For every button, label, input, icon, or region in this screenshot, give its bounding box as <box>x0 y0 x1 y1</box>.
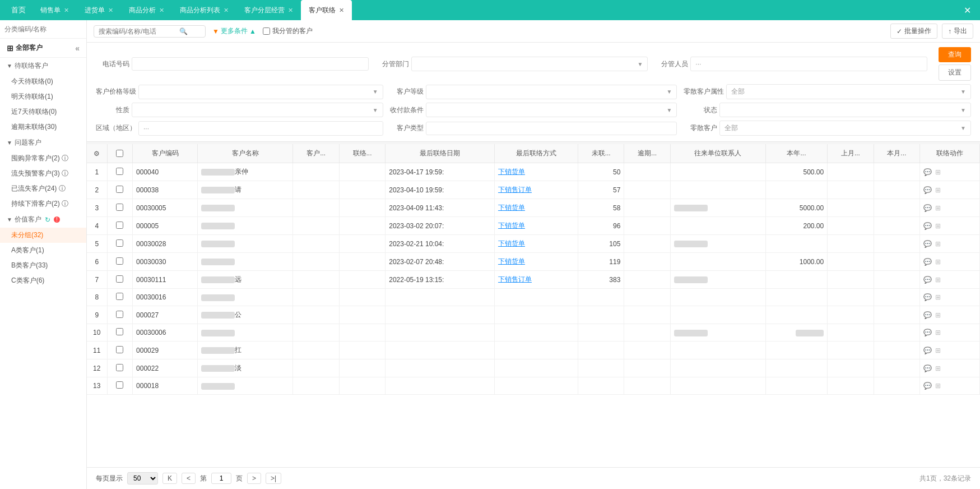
grid-action-icon[interactable]: ⊞ <box>935 382 941 390</box>
tab-sales-order[interactable]: 销售单 ✕ <box>32 0 77 20</box>
first-page-btn[interactable]: K <box>162 473 177 484</box>
filter-search-icon[interactable]: 🔍 <box>179 27 188 35</box>
td-checkbox[interactable] <box>107 324 133 342</box>
tab-close-analysis-list[interactable]: ✕ <box>224 7 229 14</box>
td-checkbox[interactable] <box>107 342 133 359</box>
grid-action-icon[interactable]: ⊞ <box>935 186 941 194</box>
region-select[interactable]: ··· <box>138 121 383 136</box>
tab-close-analysis[interactable]: ✕ <box>159 7 164 14</box>
chat-icon[interactable]: 💬 <box>923 222 932 230</box>
td-checkbox[interactable] <box>107 181 133 199</box>
export-button[interactable]: ↑ 导出 <box>942 24 973 39</box>
filter-search-input[interactable] <box>99 27 177 35</box>
query-button[interactable]: 查询 <box>939 47 971 62</box>
tab-customer-contact[interactable]: 客户联络 ✕ <box>301 0 352 20</box>
status-select[interactable]: ▼ <box>719 103 971 117</box>
sidebar-item-7days-pending[interactable]: 近7天待联络(0) <box>0 104 86 119</box>
chat-icon[interactable]: 💬 <box>923 168 932 176</box>
section-problem-customers[interactable]: ▼ 问题客户 <box>0 135 86 151</box>
manager-dots[interactable]: ··· <box>695 60 701 68</box>
td-checkbox[interactable] <box>107 199 133 217</box>
grid-action-icon[interactable]: ⊞ <box>935 365 941 372</box>
td-checkbox[interactable] <box>107 271 133 289</box>
grid-action-icon[interactable]: ⊞ <box>935 204 941 212</box>
sidebar-collapse-btn[interactable]: « <box>75 44 80 53</box>
grid-action-icon[interactable]: ⊞ <box>935 168 941 176</box>
grid-action-icon[interactable]: ⊞ <box>935 240 941 248</box>
sidebar-item-class-b[interactable]: B类客户(33) <box>0 258 86 273</box>
chat-icon[interactable]: 💬 <box>923 382 932 390</box>
retail-attr-select[interactable]: 全部 ▼ <box>726 84 971 99</box>
grid-action-icon[interactable]: ⊞ <box>935 293 941 301</box>
tab-close-segment[interactable]: ✕ <box>288 7 293 14</box>
sidebar-item-tomorrow-pending[interactable]: 明天待联络(1) <box>0 89 86 104</box>
sidebar-all-customers[interactable]: ⊞ 全部客户 « <box>0 39 86 58</box>
td-checkbox[interactable] <box>107 217 133 235</box>
dept-select[interactable]: ▼ <box>411 57 648 71</box>
sidebar-item-overdue[interactable]: 逾期未联络(30) <box>0 119 86 135</box>
tab-home[interactable]: 首页 <box>4 0 32 20</box>
phone-input[interactable] <box>132 57 369 71</box>
select-all-checkbox[interactable] <box>116 150 123 157</box>
tab-close-sales[interactable]: ✕ <box>64 7 69 14</box>
tab-product-analysis-list[interactable]: 商品分析列表 ✕ <box>172 0 236 20</box>
td-checkbox[interactable] <box>107 235 133 253</box>
sidebar-item-class-a[interactable]: A类客户(1) <box>0 243 86 258</box>
tab-customer-segment[interactable]: 客户分层经营 ✕ <box>236 0 301 20</box>
grid-action-icon[interactable]: ⊞ <box>935 222 941 230</box>
price-grade-select[interactable]: ▼ <box>138 85 383 99</box>
nature-select[interactable]: ▼ <box>132 103 383 117</box>
grid-action-icon[interactable]: ⊞ <box>935 258 941 266</box>
reset-button[interactable]: 设置 <box>939 64 971 81</box>
section-value-customers[interactable]: ▼ 价值客户 ↻ ! <box>0 211 86 228</box>
retail-customer-select[interactable]: 全部 ▼ <box>719 121 971 136</box>
chat-icon[interactable]: 💬 <box>923 347 932 354</box>
my-customers-filter[interactable]: 我分管的客户 <box>263 26 313 36</box>
tab-close-purchase[interactable]: ✕ <box>108 7 113 14</box>
chat-icon[interactable]: 💬 <box>923 204 932 212</box>
customer-grade-select[interactable]: ▼ <box>426 85 677 99</box>
sidebar-item-hoard-anomaly[interactable]: 囤购异常客户(2) ⓘ <box>0 151 86 166</box>
grid-action-icon[interactable]: ⊞ <box>935 311 941 319</box>
sidebar-item-today-pending[interactable]: 今天待联络(0) <box>0 74 86 89</box>
customer-type-input[interactable] <box>426 122 677 135</box>
page-size-select[interactable]: 50 100 200 <box>127 472 158 485</box>
sidebar-item-declining[interactable]: 持续下滑客户(2) ⓘ <box>0 196 86 211</box>
tab-purchase-order[interactable]: 进货单 ✕ <box>77 0 121 20</box>
td-checkbox[interactable] <box>107 253 133 271</box>
td-checkbox[interactable] <box>107 359 133 377</box>
grid-action-icon[interactable]: ⊞ <box>935 276 941 284</box>
th-checkbox[interactable] <box>107 144 133 163</box>
my-customers-checkbox[interactable] <box>263 27 270 35</box>
next-page-btn[interactable]: > <box>247 473 261 484</box>
chat-icon[interactable]: 💬 <box>923 186 932 194</box>
last-page-btn[interactable]: >| <box>266 473 281 484</box>
chat-icon[interactable]: 💬 <box>923 311 932 319</box>
sidebar-item-class-c[interactable]: C类客户(6) <box>0 273 86 288</box>
section-pending-contact[interactable]: ▼ 待联络客户 <box>0 58 86 74</box>
grid-action-icon[interactable]: ⊞ <box>935 347 941 354</box>
chat-icon[interactable]: 💬 <box>923 240 932 248</box>
sidebar-item-churn-warning[interactable]: 流失预警客户(3) ⓘ <box>0 166 86 181</box>
refresh-icon[interactable]: ↻ <box>45 216 50 224</box>
th-settings[interactable]: ⚙ <box>87 144 107 163</box>
td-checkbox[interactable] <box>107 377 133 395</box>
close-app-button[interactable]: ✕ <box>959 5 976 16</box>
grid-action-icon[interactable]: ⊞ <box>935 329 941 336</box>
td-checkbox[interactable] <box>107 289 133 306</box>
chat-icon[interactable]: 💬 <box>923 329 932 336</box>
filter-more-conditions[interactable]: ▼ 更多条件 ▲ <box>212 26 256 36</box>
td-checkbox[interactable] <box>107 163 133 181</box>
chat-icon[interactable]: 💬 <box>923 293 932 301</box>
payment-select[interactable]: ▼ <box>426 103 677 117</box>
sidebar-item-churned[interactable]: 已流失客户(24) ⓘ <box>0 181 86 196</box>
chat-icon[interactable]: 💬 <box>923 276 932 284</box>
chat-icon[interactable]: 💬 <box>923 258 932 266</box>
tab-product-analysis[interactable]: 商品分析 ✕ <box>121 0 172 20</box>
filter-search-box[interactable]: 🔍 <box>94 25 206 38</box>
manager-select[interactable]: ··· <box>690 57 927 71</box>
sidebar-search-input[interactable] <box>4 25 87 33</box>
tab-close-contact[interactable]: ✕ <box>339 7 344 14</box>
page-number-input[interactable] <box>211 473 231 484</box>
gear-icon[interactable]: ⚙ <box>94 150 100 158</box>
